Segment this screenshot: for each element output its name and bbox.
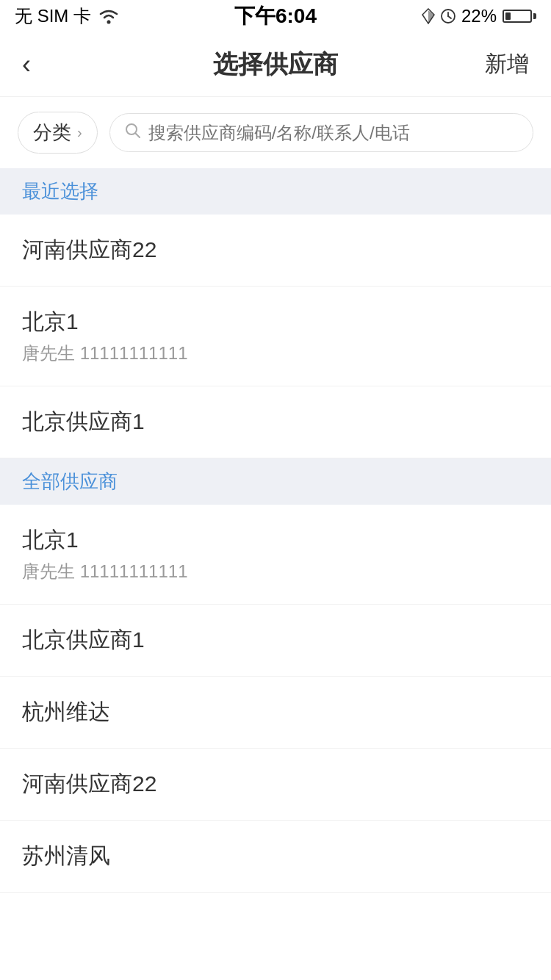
item-name: 河南供应商22 bbox=[22, 769, 529, 799]
clock-icon bbox=[441, 9, 455, 24]
search-area: 分类 › bbox=[0, 97, 551, 168]
recent-items-list: 河南供应商22北京1唐先生 11111111111北京供应商1 bbox=[0, 215, 551, 458]
item-sub: 唐先生 11111111111 bbox=[22, 560, 529, 583]
search-input[interactable] bbox=[148, 123, 518, 143]
list-item[interactable]: 北京供应商1 bbox=[0, 605, 551, 677]
item-name: 苏州清风 bbox=[22, 841, 529, 871]
list-item[interactable]: 杭州维达 bbox=[0, 677, 551, 749]
recent-section-header: 最近选择 bbox=[0, 168, 551, 215]
svg-line-3 bbox=[448, 16, 451, 18]
all-section-header: 全部供应商 bbox=[0, 458, 551, 505]
category-label: 分类 bbox=[33, 120, 71, 145]
search-box[interactable] bbox=[109, 113, 533, 152]
status-left: 无 SIM 卡 bbox=[15, 4, 119, 28]
list-item[interactable]: 河南供应商22 bbox=[0, 215, 551, 287]
list-item[interactable]: 河南供应商22 bbox=[0, 749, 551, 821]
list-item[interactable]: 北京1唐先生 11111111111 bbox=[0, 505, 551, 605]
list-item[interactable]: 北京1唐先生 11111111111 bbox=[0, 287, 551, 386]
item-name: 北京供应商1 bbox=[22, 407, 529, 437]
recent-section-label: 最近选择 bbox=[22, 180, 98, 202]
item-name: 河南供应商22 bbox=[22, 235, 529, 265]
item-name: 北京1 bbox=[22, 525, 529, 555]
wifi-icon bbox=[98, 8, 119, 24]
chevron-right-icon: › bbox=[77, 124, 82, 141]
item-sub: 唐先生 11111111111 bbox=[22, 342, 529, 365]
list-item[interactable]: 北京供应商1 bbox=[0, 386, 551, 458]
svg-line-5 bbox=[135, 134, 140, 138]
search-icon bbox=[125, 121, 141, 144]
category-button[interactable]: 分类 › bbox=[18, 112, 98, 154]
battery-percent: 22% bbox=[461, 6, 497, 26]
back-button[interactable]: ‹ bbox=[22, 49, 66, 80]
status-bar: 无 SIM 卡 下午6:04 22% bbox=[0, 0, 551, 32]
item-name: 北京1 bbox=[22, 307, 529, 337]
add-button[interactable]: 新增 bbox=[485, 49, 529, 79]
location-icon bbox=[422, 8, 435, 24]
battery-icon bbox=[503, 10, 536, 23]
all-section-label: 全部供应商 bbox=[22, 470, 118, 492]
status-time: 下午6:04 bbox=[234, 2, 317, 30]
item-name: 北京供应商1 bbox=[22, 625, 529, 655]
item-name: 杭州维达 bbox=[22, 697, 529, 727]
page-title: 选择供应商 bbox=[213, 48, 338, 82]
svg-point-0 bbox=[107, 21, 111, 24]
carrier-label: 无 SIM 卡 bbox=[15, 4, 91, 28]
status-right: 22% bbox=[422, 6, 536, 26]
list-item[interactable]: 苏州清风 bbox=[0, 821, 551, 893]
nav-bar: ‹ 选择供应商 新增 bbox=[0, 32, 551, 97]
all-items-list: 北京1唐先生 11111111111北京供应商1杭州维达河南供应商22苏州清风 bbox=[0, 505, 551, 893]
